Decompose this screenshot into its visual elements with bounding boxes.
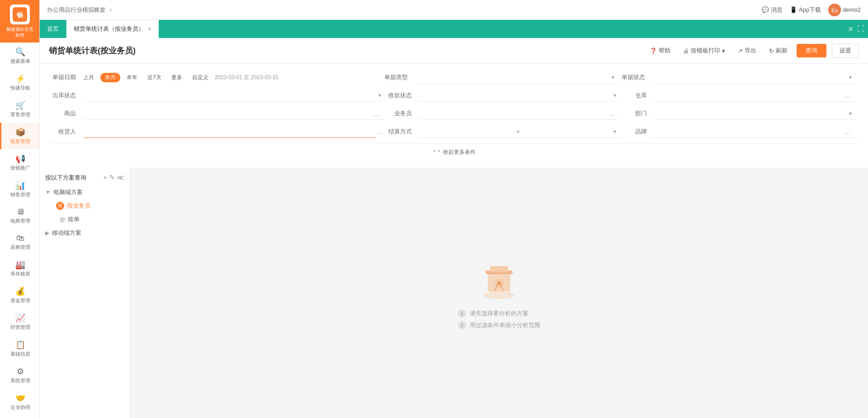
empty-state: ✕ 1 请先选择要分析的方案 2 用过滤条件来缩小分析范围 (458, 257, 540, 329)
sidebar-item-quicknav[interactable]: ⚡ 快捷导航 (0, 69, 39, 96)
query-button[interactable]: 查询 (797, 44, 826, 57)
hint-num-2: 2 (458, 321, 466, 329)
salesperson-dots: ... (608, 110, 617, 117)
salesperson-label: 业务员 (388, 109, 415, 118)
sidebar-item-inventory[interactable]: 🏭 库存核算 (0, 255, 39, 282)
scheme-collapse-icon[interactable]: ≪ (117, 173, 124, 182)
scheme-edit-icon[interactable]: ✎ (109, 173, 115, 182)
settlement-clear-icon[interactable]: × (514, 128, 522, 135)
sidebar-item-search[interactable]: 🔍 搜索菜单 (0, 43, 39, 69)
consignee-control: ... (80, 125, 388, 138)
date-group: 上月 本月 本年 近7天 更多 自定义 2023-03-01 至 2023-03… (80, 73, 384, 82)
message-icon: 💬 (762, 6, 769, 13)
sidebar-item-marketing[interactable]: 📢 营销推广 (0, 149, 39, 176)
app-download-label: App下载 (799, 6, 821, 14)
app-download-button[interactable]: 📱 App下载 (790, 6, 821, 14)
help-button[interactable]: ❓ 帮助 (646, 45, 674, 57)
message-button[interactable]: 💬 消息 (762, 6, 783, 14)
enterprise-icon: 🤝 (15, 393, 25, 403)
tab-maximize-button[interactable]: ⛶ (857, 25, 864, 33)
last7-btn[interactable]: 近7天 (144, 73, 165, 82)
doc-status-select[interactable]: ▾ (652, 71, 855, 84)
tab-home[interactable]: 首页 (40, 20, 66, 38)
hint-num-1: 1 (458, 309, 466, 318)
refresh-label: 刷新 (776, 47, 788, 55)
page-header: 销货单统计表(按业务员) ❓ 帮助 🖨 按模板打印 ▾ ↗ 导出 ↻ 刷新 (40, 38, 868, 64)
doc-type-arrow-icon: ▾ (612, 74, 614, 81)
hint-text-2: 用过滤条件来缩小分析范围 (470, 321, 540, 329)
payment-status-select[interactable]: ▾ (419, 89, 620, 102)
goods-select[interactable]: ... (83, 107, 385, 120)
last-month-btn[interactable]: 上月 (80, 73, 98, 82)
empty-hint-2: 2 用过滤条件来缩小分析范围 (458, 321, 540, 329)
scheme-mobile-group-item[interactable]: ▶ 移动端方案 (40, 226, 130, 240)
page-title: 销货单统计表(按业务员) (49, 45, 136, 56)
stock-status-select[interactable]: ▾ (83, 89, 385, 102)
brand-select[interactable]: ... (654, 125, 855, 138)
sidebar-item-newbie[interactable]: 🎯 新手引导 (0, 415, 39, 418)
sales-icon: 📊 (15, 180, 25, 190)
tab-sales-stats[interactable]: 销货单统计表（按业务员） × (66, 20, 159, 38)
sub-item-label2: 按单 (68, 215, 80, 223)
export-icon: ↗ (738, 48, 743, 54)
collapse-button[interactable]: ⌃⌃ 收起更多条件 (427, 147, 481, 157)
sidebar-item-system[interactable]: ⚙ 系统管理 (0, 362, 39, 389)
purchase-icon: 🛍 (16, 233, 24, 243)
sidebar-item-sales[interactable]: 📊 销售管理 (0, 176, 39, 203)
custom-btn[interactable]: 自定义 (189, 73, 212, 82)
scheme-header-title: 按以下方案查询 (45, 174, 86, 182)
sidebar-item-finance[interactable]: 💰 资金管理 (0, 282, 39, 309)
collapse-bar: ⌃⌃ 收起更多条件 (49, 143, 859, 161)
marketing-icon: 📢 (15, 154, 25, 164)
department-select[interactable]: ▾ (654, 107, 855, 120)
scheme-sub-item-salesperson[interactable]: 按 按业务员 (51, 199, 130, 213)
collapse-up-icon: ⌃⌃ (432, 149, 441, 156)
pc-scheme-label: 电脑端方案 (53, 188, 83, 196)
sidebar-item-retail[interactable]: 🛒 零售管理 (0, 96, 39, 123)
brand-dots: ... (843, 128, 852, 135)
sidebar-item-ecommerce[interactable]: 🖥 电商管理 (0, 203, 39, 229)
stock-status-arrow-icon: ▾ (378, 92, 381, 99)
scheme-add-icon[interactable]: + (103, 174, 107, 182)
sidebar-item-enterprise[interactable]: 🤝 企业协同 (0, 389, 39, 415)
tab-close-window-button[interactable]: ✕ (848, 25, 854, 33)
sidebar-item-purchase[interactable]: 🛍 采购管理 (0, 229, 39, 255)
salesperson-select[interactable]: ... (419, 107, 620, 120)
sidebar-item-label: 基础信息 (10, 351, 30, 357)
print-button[interactable]: 🖨 按模板打印 ▾ (679, 45, 729, 57)
sidebar-item-management[interactable]: 📈 经营管理 (0, 309, 39, 335)
help-icon: ❓ (650, 48, 657, 54)
consignee-input[interactable] (83, 125, 376, 138)
tab-close-icon[interactable]: × (148, 25, 151, 33)
settings-button[interactable]: 设置 (832, 43, 859, 58)
settlement-select[interactable]: × ▾ (419, 125, 620, 138)
refresh-button[interactable]: ↻ 刷新 (765, 45, 791, 57)
sidebar-item-label: 企业协同 (10, 404, 30, 411)
sidebar-item-basic[interactable]: 📋 基础信息 (0, 335, 39, 362)
export-button[interactable]: ↗ 导出 (734, 45, 760, 57)
scheme-panel: 按以下方案查询 + ✎ ≪ ▼ 电脑端方案 按 按 (40, 168, 130, 418)
brand-control: ... (651, 125, 859, 138)
user-menu[interactable]: Ea demo2 (828, 4, 861, 16)
more-btn[interactable]: 更多 (168, 73, 186, 82)
retail-icon: 🛒 (15, 100, 25, 110)
settlement-control: × ▾ (415, 125, 624, 138)
this-month-btn[interactable]: 本月 (100, 73, 120, 82)
sidebar-item-wholesale[interactable]: 📦 批发管理 (0, 123, 39, 149)
scheme-pc-group-item[interactable]: ▼ 电脑端方案 (40, 185, 130, 199)
warehouse-label: 仓库 (623, 91, 651, 100)
filter-panel: 单据日期 上月 本月 本年 近7天 更多 自定义 2023-03-01 至 20… (40, 64, 868, 168)
warehouse-select[interactable]: ... (654, 89, 855, 102)
finance-icon: 💰 (15, 286, 25, 296)
pc-expand-icon: ▼ (45, 189, 51, 195)
mobile-scheme-label: 移动端方案 (52, 229, 81, 237)
scheme-sub-item-doc[interactable]: ⊞ 按单 (51, 213, 130, 226)
doc-type-select[interactable]: ▾ (415, 71, 618, 84)
sidebar: 畅 畅捷通好生意 标赞 🔍 搜索菜单 ⚡ 快捷导航 🛒 零售管理 📦 批发管理 … (0, 0, 40, 418)
doc-status-arrow-icon: ▾ (849, 74, 852, 81)
department-arrow-icon: ▾ (849, 110, 852, 117)
this-year-btn[interactable]: 本年 (123, 73, 141, 82)
sidebar-item-label: 快捷导航 (10, 85, 30, 91)
quicknav-icon: ⚡ (15, 74, 25, 84)
scheme-pc-group: ▼ 电脑端方案 按 按业务员 ⊞ 按单 (40, 185, 130, 226)
